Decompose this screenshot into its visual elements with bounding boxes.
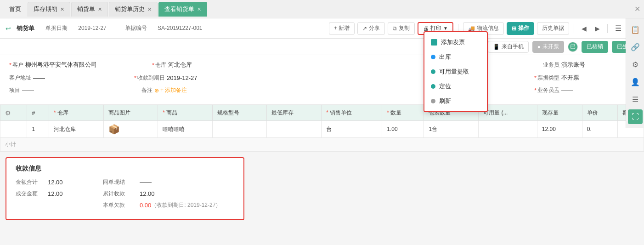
nav-prev[interactable]: ◀ xyxy=(579,23,589,34)
from-phone-button[interactable]: 📱 来自手机 xyxy=(488,41,529,53)
add-note-button[interactable]: ⊕ + 添加备注 xyxy=(154,86,187,94)
sidebar-info-btn[interactable]: 📋 xyxy=(628,22,643,37)
tab-sales-order[interactable]: 销货单 ✕ xyxy=(71,2,108,17)
salesperson2-field: * 业务员盂 —— xyxy=(534,86,616,94)
link-icon: 🔗 xyxy=(631,43,640,51)
customer-field: * 客户 柳州粤港平安气体有限公司 xyxy=(9,61,97,69)
locate-label: 定位 xyxy=(439,82,451,91)
refresh-label: 刷新 xyxy=(439,97,451,105)
operation-button[interactable]: ⊞ 操作 xyxy=(507,22,534,35)
sidebar-settings-btn[interactable]: ⚙ xyxy=(628,57,643,72)
warehouse-label: 仓库 xyxy=(155,61,166,69)
new-button[interactable]: + 新增 xyxy=(329,22,355,35)
add-note-text: + 添加备注 xyxy=(160,86,187,94)
doc-date-value: 2019-12-27 xyxy=(78,25,106,31)
form-row-1: * 客户 柳州粤港平安气体有限公司 * 仓库 河北仓库 业务员 演示账号 xyxy=(9,61,635,69)
correct-button[interactable]: 已 xyxy=(568,42,578,52)
salesperson-field: 业务员 演示账号 xyxy=(543,61,616,69)
close-all-tabs[interactable]: ✕ xyxy=(634,5,640,13)
ticket-icon: ● xyxy=(537,44,541,50)
row-quantity: 1.00 xyxy=(382,121,424,138)
gear-icon: ⚙ xyxy=(632,60,638,69)
tab-view-sales-label: 查看销货单 xyxy=(164,5,194,13)
tab-home[interactable]: 首页 xyxy=(4,2,27,17)
toolbar-separator2 xyxy=(574,24,574,33)
close-sales-history[interactable]: ✕ xyxy=(147,6,152,12)
refresh-icon xyxy=(431,99,435,103)
project-label: 项目 xyxy=(9,86,20,94)
tab-inventory-init[interactable]: 库存期初 ✕ xyxy=(28,2,70,17)
right-sidebar: 📋 🔗 ⚙ 👤 ☰ ⛶ xyxy=(626,18,644,128)
tab-view-sales[interactable]: 查看销货单 ✕ xyxy=(158,2,207,17)
add-invoice-icon xyxy=(431,39,437,46)
history-button[interactable]: 历史单据 xyxy=(537,22,569,35)
menu-add-invoice[interactable]: 添加发票 xyxy=(424,35,487,50)
row-warehouse: 河北仓库 xyxy=(49,121,104,138)
not-open-label: 未开票 xyxy=(542,43,559,51)
locate-icon xyxy=(431,84,435,89)
toolbar-separator3 xyxy=(607,24,608,33)
col-product: * 商品 xyxy=(158,105,213,121)
tab-sales-history-label: 销货单历史 xyxy=(115,5,145,13)
bottom-panel: 收款信息 金额合计 12.00 同单现结 —— 成交金额 12.00 累计收款 … xyxy=(0,152,644,226)
amount-label: 金额合计 xyxy=(16,178,48,186)
ticket-type-value: 不开票 xyxy=(561,74,616,82)
col-sales-unit: * 销售单位 xyxy=(321,105,382,121)
row-unit-price: 0. xyxy=(582,121,617,138)
menu-available-pickup[interactable]: 可用量提取 xyxy=(424,64,487,79)
tab-inventory-init-label: 库存期初 xyxy=(34,5,57,13)
col-unit-price: 单价 xyxy=(582,105,617,121)
sidebar-expand-btn[interactable]: ⛶ xyxy=(628,109,643,124)
warehouse-value: 河北仓库 xyxy=(168,61,223,69)
col-min-stock: 最低库存 xyxy=(267,105,322,121)
correct-label: 已 xyxy=(570,43,576,51)
menu-locate[interactable]: 定位 xyxy=(424,79,487,94)
col-settings[interactable]: ⚙ xyxy=(0,105,27,121)
col-seq: # xyxy=(27,105,49,121)
customer-value: 柳州粤港平安气体有限公司 xyxy=(25,61,97,69)
salesperson2-label: 业务员盂 xyxy=(537,86,559,94)
nav-next[interactable]: ▶ xyxy=(592,23,603,34)
customer-addr-value: —— xyxy=(33,74,88,81)
share-button[interactable]: ↗ 分享 xyxy=(357,22,385,35)
owed-value: 0.00 xyxy=(140,202,151,209)
copy-button[interactable]: ⧉ 复制 xyxy=(388,22,415,35)
view-list-icon[interactable]: ☰ xyxy=(612,22,624,34)
menu-refresh[interactable]: 刷新 xyxy=(424,94,487,108)
payment-date-field: * 收款到期日 2019-12-27 xyxy=(134,74,222,82)
owed-label: 本单欠款 xyxy=(103,201,140,209)
row-sales-unit: 台 xyxy=(321,121,382,138)
doc-type-title: 销货单 xyxy=(17,24,34,33)
share-label: 分享 xyxy=(369,24,380,32)
payment-row-3: 本单欠款 0.00 （收款到期日: 2019-12-27） xyxy=(16,201,234,209)
tab-sales-history[interactable]: 销货单历史 ✕ xyxy=(109,2,158,17)
cancel-sale-button[interactable]: 已核销 xyxy=(582,41,608,53)
operation-dropdown: 添加发票 出库 可用量提取 定位 刷新 xyxy=(424,31,488,112)
note-label: 备注 xyxy=(141,86,153,94)
close-view-sales[interactable]: ✕ xyxy=(197,6,201,12)
cumulative-value: 12.00 xyxy=(140,190,155,197)
menu-outbound[interactable]: 出库 xyxy=(424,50,487,64)
doc-no-label: 单据编号 xyxy=(125,25,147,31)
same-order-label: 同单现结 xyxy=(103,178,140,186)
list-icon: ☰ xyxy=(632,95,638,104)
add-note-icon: ⊕ xyxy=(154,87,159,94)
tab-bar: 首页 库存期初 ✕ 销货单 ✕ 销货单历史 ✕ 查看销货单 ✕ ✕ xyxy=(0,0,644,18)
available-pickup-icon xyxy=(431,69,435,74)
ticket-type-field: * 票据类型 不开票 xyxy=(534,74,616,82)
close-sales-order[interactable]: ✕ xyxy=(98,6,102,12)
close-inventory-init[interactable]: ✕ xyxy=(60,6,64,12)
row-product: 嘻嘻嘻嘻 xyxy=(158,121,213,138)
col-spec: 规格型号 xyxy=(212,105,267,121)
row-pack-qty: 1台 xyxy=(424,121,479,138)
sidebar-user-btn[interactable]: 👤 xyxy=(628,74,643,89)
col-current-stock: 现存量 xyxy=(537,105,582,121)
sidebar-list-btn[interactable]: ☰ xyxy=(628,92,643,107)
sidebar-link-btn[interactable]: 🔗 xyxy=(628,40,643,54)
salesperson2-value: —— xyxy=(561,87,616,94)
row-product-img: 📦 xyxy=(103,121,158,138)
salesperson-value: 演示账号 xyxy=(561,61,616,69)
not-open-ticket-button[interactable]: ● 未开票 xyxy=(532,41,564,53)
transaction-value: 12.00 xyxy=(48,190,85,197)
logistics-icon: 🚚 xyxy=(468,25,475,32)
